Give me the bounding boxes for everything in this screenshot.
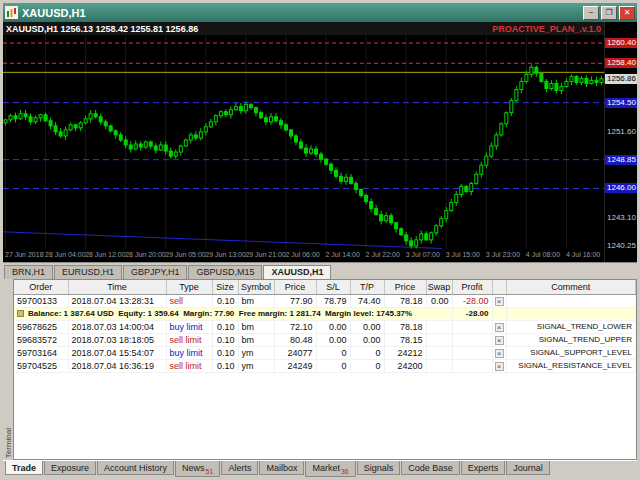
take-profit: 74.40 (350, 294, 384, 307)
current-price: 78.15 (384, 333, 426, 346)
terminal-caption-strip: Terminal (3, 279, 13, 460)
chart-tab-gbpusd-m15[interactable]: GBPUSD,M15 (188, 265, 262, 279)
swap: 0.00 (426, 294, 452, 307)
time-axis-label: 29 Jun 21:00 (245, 251, 285, 258)
open-price: 80.48 (274, 333, 316, 346)
order-row[interactable]: 597031642018.07.04 15:54:07buy limit0.10… (14, 346, 636, 359)
column-header-time[interactable]: Time (68, 280, 166, 294)
price-axis-label: 1256.86 (605, 74, 637, 84)
profit (452, 333, 492, 346)
order-row[interactable]: 597001332018.07.04 13:28:31sell0.10bm77.… (14, 294, 636, 307)
chart-tab-xauusd-h1[interactable]: XAUUSD,H1 (263, 265, 331, 279)
time-axis-label: 28 Jun 04:00 (45, 251, 85, 258)
price-axis-label: 1251.60 (605, 127, 637, 137)
open-time: 2018.07.03 18:18:05 (68, 333, 166, 346)
profit (452, 320, 492, 333)
terminal-tab-mailbox[interactable]: Mailbox (259, 461, 304, 475)
close-order-button[interactable]: × (495, 362, 504, 371)
close-order-button[interactable]: × (495, 323, 504, 332)
terminal-tab-experts[interactable]: Experts (461, 461, 506, 475)
terminal-tab-news[interactable]: News51 (175, 461, 220, 477)
open-price: 77.90 (274, 294, 316, 307)
column-header-size[interactable]: Size (212, 280, 238, 294)
stop-loss: 0.00 (316, 333, 350, 346)
terminal-tab-exposure[interactable]: Exposure (44, 461, 96, 475)
profit (452, 359, 492, 372)
chart-tab-brn-h1[interactable]: BRN,H1 (4, 265, 53, 279)
order-type: buy limit (166, 320, 212, 333)
terminal-tab-bar: TradeExposureAccount HistoryNews51Alerts… (3, 460, 637, 477)
symbol: ym (238, 359, 274, 372)
swap (426, 320, 452, 333)
terminal-panel: Terminal OrderTimeTypeSizeSymbolPriceS/L… (3, 279, 637, 460)
minimize-button[interactable]: − (583, 6, 599, 20)
volume: 0.10 (212, 294, 238, 307)
balance-icon (17, 310, 24, 317)
time-axis-label: 2 Jul 06:00 (285, 251, 319, 258)
column-header-s-l[interactable]: S/L (316, 280, 350, 294)
swap (426, 346, 452, 359)
order-id: 59678625 (14, 320, 68, 333)
terminal-tab-trade[interactable]: Trade (5, 461, 43, 475)
maximize-button[interactable]: ❐ (601, 6, 617, 20)
terminal-tab-code-base[interactable]: Code Base (401, 461, 460, 475)
order-id: 59700133 (14, 294, 68, 307)
order-comment: SIGNAL_RESISTANCE_LEVEL (506, 359, 636, 372)
time-axis-label: 29 Jun 05:00 (165, 251, 205, 258)
take-profit: 0.00 (350, 333, 384, 346)
close-order-button[interactable]: × (495, 336, 504, 345)
terminal-tab-market[interactable]: Market36 (305, 461, 355, 477)
time-axis-row: 27 Jun 201828 Jun 04:0028 Jun 12:0028 Ju… (3, 249, 637, 262)
terminal-tab-account-history[interactable]: Account History (97, 461, 174, 475)
order-comment: SIGNAL_TREND_UPPER (506, 333, 636, 346)
window-controls: − ❐ ✕ (583, 6, 635, 20)
terminal-tab-journal[interactable]: Journal (506, 461, 550, 475)
order-row[interactable]: 596835722018.07.03 18:18:05sell limit0.1… (14, 333, 636, 346)
column-header-profit[interactable]: Profit (452, 280, 492, 294)
time-axis-label: 4 Jul 08:00 (526, 251, 560, 258)
stop-loss: 0 (316, 346, 350, 359)
window-title: XAUUSD,H1 (22, 7, 579, 19)
balance-row[interactable]: Balance: 1 387.64 USD Equity: 1 359.64 M… (14, 307, 636, 320)
column-header-price[interactable]: Price (274, 280, 316, 294)
time-axis[interactable]: 27 Jun 201828 Jun 04:0028 Jun 12:0028 Ju… (3, 249, 604, 262)
profit (452, 346, 492, 359)
close-order-button[interactable]: × (495, 349, 504, 358)
column-header-t-p[interactable]: T/P (350, 280, 384, 294)
open-time: 2018.07.04 15:54:07 (68, 346, 166, 359)
stop-loss: 0.00 (316, 320, 350, 333)
swap (426, 333, 452, 346)
column-header-comment[interactable]: Comment (506, 280, 636, 294)
column-header-symbol[interactable]: Symbol (238, 280, 274, 294)
order-row[interactable]: 596786252018.07.03 14:00:04buy limit0.10… (14, 320, 636, 333)
chart-tab-bar: BRN,H1EURUSD,H1GBPJPY,H1GBPUSD,M15XAUUSD… (3, 262, 637, 279)
terminal-tab-signals[interactable]: Signals (357, 461, 401, 475)
close-button[interactable]: ✕ (619, 6, 635, 20)
column-header-type[interactable]: Type (166, 280, 212, 294)
column-header-swap[interactable]: Swap (426, 280, 452, 294)
take-profit: 0.00 (350, 320, 384, 333)
balance-summary: Balance: 1 387.64 USD Equity: 1 359.64 M… (28, 309, 412, 318)
price-axis[interactable]: 1260.401258.401256.861254.501251.601248.… (604, 22, 637, 249)
order-type: sell limit (166, 333, 212, 346)
chart-tab-gbpjpy-h1[interactable]: GBPJPY,H1 (123, 265, 187, 279)
time-axis-label: 27 Jun 2018 (5, 251, 44, 258)
profit: -28.00 (452, 294, 492, 307)
column-header-close[interactable] (492, 280, 506, 294)
chart-tab-eurusd-h1[interactable]: EURUSD,H1 (54, 265, 122, 279)
order-comment (506, 294, 636, 307)
order-comment: SIGNAL_TREND_LOWER (506, 320, 636, 333)
close-order-button[interactable]: × (495, 297, 504, 306)
order-row[interactable]: 597045252018.07.04 16:36:19sell limit0.1… (14, 359, 636, 372)
chart-titlebar: XAUUSD,H1 1256.13 1258.42 1255.81 1256.8… (3, 22, 604, 35)
candlestick-chart[interactable] (3, 35, 604, 249)
column-header-order[interactable]: Order (14, 280, 68, 294)
expert-advisor-name: PROACTIVE_PLAN_.v.1.0 (492, 24, 601, 34)
tab-badge: 36 (341, 468, 349, 475)
column-header-price[interactable]: Price (384, 280, 426, 294)
terminal-tab-alerts[interactable]: Alerts (221, 461, 258, 475)
time-axis-label: 3 Jul 15:00 (446, 251, 480, 258)
current-price: 24212 (384, 346, 426, 359)
window-titlebar: XAUUSD,H1 − ❐ ✕ (3, 3, 637, 22)
open-price: 72.10 (274, 320, 316, 333)
